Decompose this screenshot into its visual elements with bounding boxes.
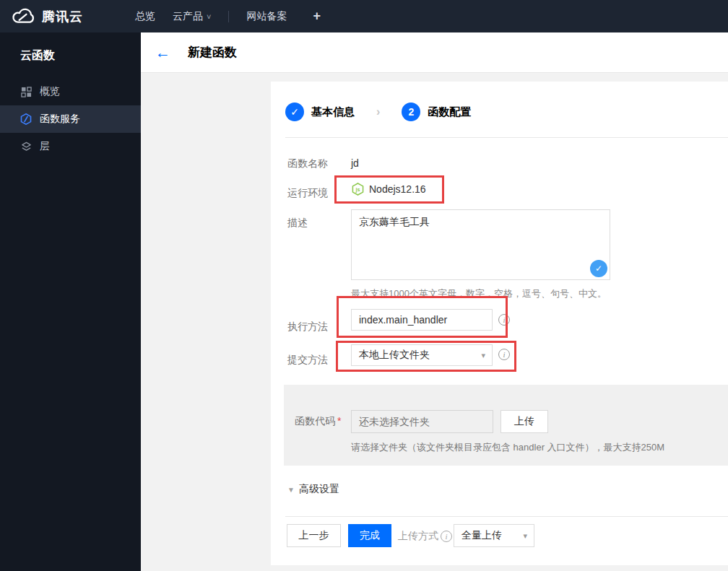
grid-icon [20, 86, 32, 97]
step-indicator: ✓ 基本信息 › 2 函数配置 [285, 103, 471, 121]
page-title: 新建函数 [188, 44, 237, 61]
step2-label: 函数配置 [428, 105, 471, 119]
finish-button[interactable]: 完成 [348, 524, 391, 547]
select-caret-icon: ▾ [481, 351, 485, 360]
tencent-cloud-logo[interactable]: 腾讯云 [10, 7, 83, 25]
folder-path-input[interactable] [351, 410, 493, 433]
sidebar-item-function-service[interactable]: 函数服务 [0, 105, 141, 133]
nav-icp-filing[interactable]: 网站备案 [246, 10, 287, 23]
upload-mode-info-icon[interactable]: i [441, 531, 452, 542]
topbar: 腾讯云 总览 云产品 ˅ 网站备案 + [0, 0, 728, 32]
layers-icon [20, 141, 32, 152]
step2-number: 2 [402, 103, 420, 121]
footer-divider [285, 516, 728, 517]
handler-input[interactable] [351, 309, 493, 331]
upload-mode-select[interactable]: 全量上传 ▾ [454, 524, 534, 547]
chevron-down-icon: ˅ [207, 12, 211, 21]
sidebar: 云函数 概览 函数服务 层 [0, 32, 141, 571]
runtime-label: 运行环境 [287, 187, 328, 200]
new-function-card: ✓ 基本信息 › 2 函数配置 函数名称 jd 运行环境 js Nodejs12… [271, 82, 728, 565]
sidebar-item-label: 层 [40, 140, 50, 153]
function-code-label: 函数代码* [295, 415, 341, 428]
sidebar-title: 云函数 [0, 32, 141, 78]
handler-info-icon[interactable]: i [498, 314, 510, 326]
sidebar-item-layers[interactable]: 层 [0, 133, 141, 160]
submit-method-select[interactable]: 本地上传文件夹 ▾ [351, 344, 493, 366]
brand-text: 腾讯云 [42, 8, 83, 25]
upload-mode-value: 全量上传 [462, 529, 502, 542]
step1-check-icon: ✓ [285, 103, 304, 121]
cloud-logo-icon [10, 7, 36, 25]
sidebar-item-label: 概览 [40, 85, 60, 98]
nav-divider [228, 11, 229, 22]
upload-mode-label: 上传方式 i [398, 530, 452, 543]
page-header: ← 新建函数 [141, 32, 728, 72]
nav-overview[interactable]: 总览 [135, 10, 155, 23]
nodejs-icon: js [352, 183, 364, 196]
description-textarea[interactable]: 京东薅羊毛工具 [351, 209, 610, 280]
previous-step-button[interactable]: 上一步 [287, 524, 341, 547]
function-name-label: 函数名称 [287, 157, 328, 170]
nav-add-button[interactable]: + [313, 9, 321, 24]
svg-text:js: js [355, 187, 360, 193]
runtime-value: Nodejs12.16 [369, 183, 426, 195]
select-caret-icon: ▾ [523, 531, 527, 541]
advanced-settings-toggle[interactable]: ▼ 高级设置 [287, 483, 339, 496]
advanced-settings-label: 高级设置 [299, 483, 339, 496]
steps-divider [285, 137, 728, 138]
content-area: ✓ 基本信息 › 2 函数配置 函数名称 jd 运行环境 js Nodejs12… [141, 72, 728, 571]
submit-method-value: 本地上传文件夹 [359, 349, 430, 362]
function-code-helper-text: 请选择文件夹（该文件夹根目录应包含 handler 入口文件），最大支持250M [351, 441, 664, 454]
description-label: 描述 [287, 217, 308, 230]
nav-cloud-products[interactable]: 云产品 ˅ [173, 10, 211, 23]
required-asterisk: * [337, 415, 341, 427]
description-helper-text: 最大支持1000个英文字母，数字，空格，逗号、句号、中文。 [351, 287, 607, 300]
back-arrow-icon[interactable]: ← [155, 45, 170, 60]
step-separator-chevron-icon: › [376, 105, 380, 118]
top-nav: 总览 云产品 ˅ 网站备案 + [106, 9, 321, 24]
step1-label: 基本信息 [311, 105, 355, 119]
submit-method-info-icon[interactable]: i [498, 349, 510, 360]
upload-button[interactable]: 上传 [500, 410, 548, 433]
runtime-value-group: js Nodejs12.16 [352, 183, 426, 196]
function-hexagon-icon [20, 113, 32, 125]
function-name-value: jd [351, 157, 359, 169]
sidebar-item-label: 函数服务 [40, 113, 80, 126]
submit-method-label: 提交方法 [287, 354, 328, 367]
triangle-down-icon: ▼ [287, 486, 295, 494]
valid-check-icon: ✓ [590, 260, 607, 277]
handler-label: 执行方法 [287, 321, 328, 334]
sidebar-item-overview[interactable]: 概览 [0, 78, 141, 105]
